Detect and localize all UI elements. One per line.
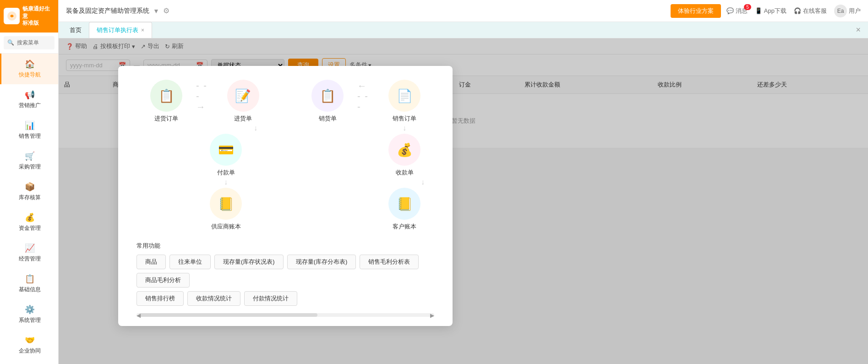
operations-icon: 📈 [25, 243, 35, 253]
logo-icon [4, 8, 20, 24]
btn-stock-status[interactable]: 现存量(库存状况表) [214, 255, 284, 269]
sidebar: 畅康通好生意 标准版 🔍 搜索菜单 🏠 快捷导航 📢 营销推广 📊 销售管理 [0, 0, 59, 364]
content-area: ❓ 帮助 🖨 按模板打印 ▾ ↗ 导出 ↻ 刷新 [59, 38, 868, 364]
enterprise-icon: 🤝 [25, 335, 35, 345]
system-icon: ⚙️ [25, 304, 35, 315]
common-buttons-row: 商品 往来单位 现存量(库存状况表) 现存量(库存分布表) 销售毛利分析表 商品… [136, 255, 434, 288]
flow-node-payment[interactable]: 💳 付款单 [196, 134, 256, 177]
sidebar-item-guide[interactable]: 📖 新手引导 [0, 360, 58, 364]
down-arrow-supplier: ↓ [224, 178, 228, 187]
message-icon: 💬 [726, 7, 734, 14]
btn-sales-rank[interactable]: 销售排行榜 [136, 291, 184, 306]
inventory-icon: 📦 [25, 182, 35, 192]
supplier-ledger-icon: 📒 [210, 188, 242, 220]
modal-scrollbar[interactable]: ◀ ▶ [136, 313, 434, 317]
flow-node-sales-order[interactable]: 📄 销售订单 [375, 80, 434, 123]
scroll-left-arrow[interactable]: ◀ [136, 312, 141, 319]
tab-sales-order[interactable]: 销售订单执行表 × [89, 22, 152, 38]
close-all-tabs-button[interactable]: × [852, 25, 864, 35]
avatar: Ea [834, 5, 847, 17]
flow-node-supplier-ledger[interactable]: 📒 供应商账本 [196, 188, 256, 231]
marketing-icon: 📢 [25, 90, 35, 100]
home-icon: 🏠 [25, 59, 35, 69]
app-download-button[interactable]: 📱 App下载 [755, 7, 786, 15]
sidebar-search-area: 🔍 搜索菜单 [0, 33, 58, 54]
message-badge: 5 [744, 4, 751, 10]
customer-ledger-icon: 📒 [388, 188, 420, 220]
down-arrow-receipt: ↓ [403, 124, 406, 133]
topbar: 装备及固定资产辅助管理系统 ▼ ⚙ 体验行业方案 💬 消息 5 📱 App下载 … [59, 0, 868, 22]
search-menu-button[interactable]: 🔍 搜索菜单 [4, 36, 55, 49]
sidebar-item-system[interactable]: ⚙️ 系统管理 [0, 299, 58, 330]
online-service-button[interactable]: 🎧 在线客服 [794, 7, 827, 15]
flow-node-purchase-receipt[interactable]: 📝 进货单 [213, 80, 273, 123]
flow-node-purchase-order[interactable]: 📋 进货订单 [136, 80, 196, 123]
btn-goods-profit[interactable]: 商品毛利分析 [136, 273, 190, 288]
btn-payment-stats[interactable]: 付款情况统计 [244, 291, 297, 306]
settings-icon[interactable]: ⚙ [163, 6, 169, 15]
sidebar-logo: 畅康通好生意 标准版 [0, 0, 58, 33]
flow-node-customer-ledger[interactable]: 📒 客户账本 [375, 188, 434, 231]
common-title: 常用功能 [136, 242, 434, 250]
quick-nav-modal: 📋 进货订单 - - - → 📝 [118, 66, 453, 326]
main-content: 装备及固定资产辅助管理系统 ▼ ⚙ 体验行业方案 💬 消息 5 📱 App下载 … [59, 0, 868, 364]
sidebar-item-purchase[interactable]: 🛒 采购管理 [0, 146, 58, 176]
payment-icon: 💳 [210, 134, 242, 166]
btn-receipt-stats[interactable]: 收款情况统计 [187, 291, 240, 306]
btn-goods[interactable]: 商品 [136, 255, 166, 269]
down-arrow-payment: ↓ [254, 124, 257, 133]
modal-overlay[interactable]: 📋 进货订单 - - - → 📝 [59, 38, 868, 364]
app-icon: 📱 [755, 7, 762, 14]
sidebar-nav: 🏠 快捷导航 📢 营销推广 📊 销售管理 🛒 采购管理 📦 库存核算 💰 [0, 54, 58, 364]
sidebar-item-sales[interactable]: 📊 销售管理 [0, 115, 58, 146]
dropdown-icon[interactable]: ▼ [153, 7, 159, 15]
user-menu[interactable]: Ea 用户 [834, 5, 861, 17]
sidebar-item-operations[interactable]: 📈 经营管理 [0, 238, 58, 268]
arrow-sales: ← - - - [357, 81, 375, 112]
arrow-purchase: - - - → [196, 81, 213, 112]
sales-icon: 📊 [25, 120, 35, 130]
sidebar-item-base-info[interactable]: 📋 基础信息 [0, 268, 58, 299]
finance-icon: 💰 [25, 212, 35, 223]
message-button[interactable]: 💬 消息 5 [726, 7, 748, 15]
topbar-actions: 💬 消息 5 📱 App下载 🎧 在线客服 Ea 用户 [726, 5, 861, 17]
sales-receipt-icon: 📋 [311, 80, 344, 112]
base-info-icon: 📋 [25, 274, 35, 284]
service-icon: 🎧 [794, 7, 801, 14]
scroll-thumb[interactable] [139, 313, 317, 317]
common-buttons-row2: 销售排行榜 收款情况统计 付款情况统计 [136, 291, 434, 306]
purchase-icon: 🛒 [25, 151, 35, 161]
sidebar-item-quick-nav[interactable]: 🏠 快捷导航 [0, 54, 58, 84]
receipt-icon: 💰 [388, 134, 420, 166]
btn-stock-dist[interactable]: 现存量(库存分布表) [287, 255, 356, 269]
sidebar-item-inventory[interactable]: 📦 库存核算 [0, 176, 58, 207]
flow-node-receipt[interactable]: 💰 收款单 [375, 134, 434, 177]
logo-text: 畅康通好生意 标准版 [22, 5, 55, 27]
btn-partners[interactable]: 往来单位 [169, 255, 211, 269]
tab-home[interactable]: 首页 [62, 22, 89, 38]
scroll-right-arrow[interactable]: ▶ [430, 312, 434, 319]
topbar-title: 装备及固定资产辅助管理系统 ▼ ⚙ [66, 6, 665, 15]
sidebar-item-finance[interactable]: 💰 资金管理 [0, 207, 58, 238]
down-arrow-customer: ↓ [421, 178, 425, 187]
tab-close-icon[interactable]: × [141, 27, 144, 33]
btn-sales-profit[interactable]: 销售毛利分析表 [360, 255, 419, 269]
search-icon: 🔍 [7, 39, 14, 46]
sidebar-item-marketing[interactable]: 📢 营销推广 [0, 84, 58, 115]
common-functions-section: 常用功能 商品 往来单位 现存量(库存状况表) 现存量(库存分布表) 销售毛利分… [136, 242, 434, 306]
tabbar: 首页 销售订单执行表 × × [59, 22, 868, 38]
sidebar-item-enterprise[interactable]: 🤝 企业协同 [0, 330, 58, 360]
purchase-receipt-icon: 📝 [227, 80, 259, 112]
flow-node-sales-receipt[interactable]: 📋 销货单 [298, 80, 357, 123]
trial-button[interactable]: 体验行业方案 [671, 4, 721, 18]
system-name: 装备及固定资产辅助管理系统 [66, 7, 149, 15]
sales-order-icon: 📄 [388, 80, 420, 112]
purchase-order-icon: 📋 [150, 80, 182, 112]
flow-diagram: 📋 进货订单 - - - → 📝 [136, 80, 434, 231]
